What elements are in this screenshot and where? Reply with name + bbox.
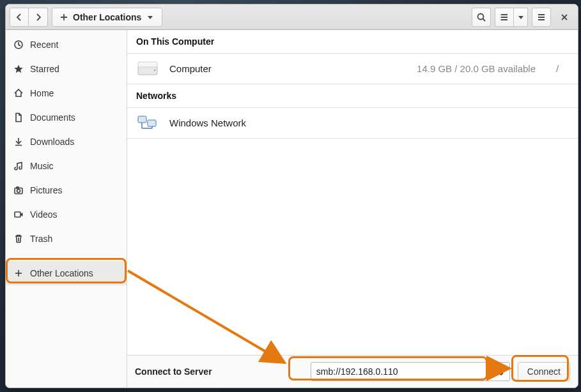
places-sidebar: Recent Starred Home Documents Downloads xyxy=(6,30,127,388)
clock-icon xyxy=(13,40,24,50)
home-icon xyxy=(13,88,24,98)
nav-back-forward xyxy=(10,8,48,27)
network-icon xyxy=(136,114,159,132)
close-window-button[interactable] xyxy=(555,8,574,27)
network-row-windows[interactable]: Windows Network xyxy=(127,108,578,139)
section-on-this-computer: On This Computer xyxy=(127,30,578,54)
svg-point-3 xyxy=(478,13,484,19)
sidebar-item-documents[interactable]: Documents xyxy=(6,105,127,130)
location-label: Other Locations xyxy=(73,12,141,22)
sidebar-item-other-locations[interactable]: Other Locations xyxy=(6,261,127,285)
sidebar-spacer xyxy=(6,251,127,261)
chevron-right-icon xyxy=(33,12,43,22)
download-icon xyxy=(13,137,24,147)
sidebar-item-label: Starred xyxy=(30,64,59,74)
sidebar-item-label: Music xyxy=(30,161,54,171)
svg-rect-30 xyxy=(138,62,157,67)
list-view-button[interactable] xyxy=(495,8,514,27)
headerbar: Other Locations xyxy=(6,4,578,30)
sidebar-item-downloads[interactable]: Downloads xyxy=(6,130,127,154)
camera-icon xyxy=(13,185,24,195)
svg-marker-18 xyxy=(14,65,23,73)
svg-point-9 xyxy=(500,17,500,17)
caret-down-icon xyxy=(516,12,526,22)
drive-label: Computer xyxy=(169,63,212,74)
drive-mountpoint: / xyxy=(546,63,569,74)
back-button[interactable] xyxy=(10,8,29,27)
svg-marker-11 xyxy=(518,16,523,19)
svg-point-8 xyxy=(500,14,500,15)
sidebar-item-label: Other Locations xyxy=(30,268,93,278)
drive-row-computer[interactable]: Computer 14.9 GB / 20.0 GB available / xyxy=(127,54,578,84)
svg-rect-32 xyxy=(138,116,146,123)
sidebar-item-label: Recent xyxy=(30,40,58,50)
search-icon xyxy=(476,12,486,22)
sidebar-item-label: Pictures xyxy=(30,185,63,195)
plus-icon xyxy=(13,268,24,278)
drive-availability: 14.9 GB / 20.0 GB available xyxy=(417,63,536,74)
connect-button[interactable]: Connect xyxy=(518,362,570,381)
sidebar-item-videos[interactable]: Videos xyxy=(6,202,127,227)
music-icon xyxy=(13,161,24,171)
sidebar-item-label: Videos xyxy=(30,209,58,220)
caret-down-icon xyxy=(145,12,155,22)
document-icon xyxy=(13,112,24,123)
list-icon xyxy=(499,12,509,22)
file-manager-window: Other Locations Recent xyxy=(5,4,578,388)
sidebar-bottom-pad xyxy=(6,285,127,388)
connect-to-server-bar: Connect to Server Connect xyxy=(127,355,578,388)
server-address-wrap xyxy=(311,362,510,381)
view-options-button[interactable] xyxy=(514,8,528,27)
forward-button[interactable] xyxy=(29,8,48,27)
search-button[interactable] xyxy=(472,8,491,27)
svg-marker-2 xyxy=(148,16,153,19)
sidebar-item-label: Trash xyxy=(30,234,52,244)
sidebar-item-recent[interactable]: Recent xyxy=(6,33,127,57)
trash-icon xyxy=(13,234,24,244)
chevron-left-icon xyxy=(14,12,24,22)
sidebar-item-trash[interactable]: Trash xyxy=(6,227,127,251)
updown-icon xyxy=(496,366,506,377)
network-label: Windows Network xyxy=(169,117,246,128)
connect-label: Connect to Server xyxy=(135,366,212,377)
close-icon xyxy=(559,12,569,22)
location-button[interactable]: Other Locations xyxy=(52,8,162,27)
plus-icon xyxy=(59,12,69,22)
hamburger-menu-button[interactable] xyxy=(532,8,551,27)
svg-rect-24 xyxy=(15,212,20,217)
sidebar-item-label: Downloads xyxy=(30,137,74,147)
sidebar-item-label: Home xyxy=(30,88,54,98)
hamburger-icon xyxy=(536,12,546,22)
star-icon xyxy=(13,64,24,74)
svg-point-31 xyxy=(154,69,156,71)
window-body: Recent Starred Home Documents Downloads xyxy=(6,30,578,388)
svg-point-22 xyxy=(17,190,20,193)
sidebar-item-home[interactable]: Home xyxy=(6,81,127,105)
sidebar-item-label: Documents xyxy=(30,112,75,123)
main-empty-area xyxy=(127,139,578,355)
drive-icon xyxy=(136,60,159,78)
svg-rect-33 xyxy=(148,120,156,126)
server-history-button[interactable] xyxy=(493,363,509,380)
svg-line-4 xyxy=(483,19,486,21)
view-switcher xyxy=(495,8,528,27)
sidebar-item-pictures[interactable]: Pictures xyxy=(6,178,127,202)
video-icon xyxy=(13,209,24,220)
section-networks: Networks xyxy=(127,84,578,108)
server-address-input[interactable] xyxy=(311,362,510,381)
svg-point-10 xyxy=(500,19,500,20)
sidebar-item-music[interactable]: Music xyxy=(6,154,127,178)
sidebar-item-starred[interactable]: Starred xyxy=(6,57,127,81)
main-pane: On This Computer Computer 14.9 GB / 20.0… xyxy=(127,30,578,388)
connect-button-label: Connect xyxy=(527,366,561,377)
